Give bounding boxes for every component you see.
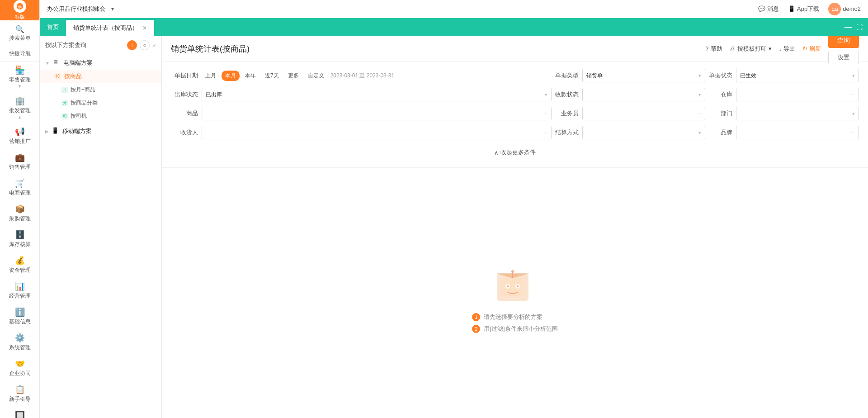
tab-home-label: 首页 (47, 23, 59, 31)
scheme-mobile-group[interactable]: ▶ 📱 移动端方案 (40, 124, 161, 138)
out-status-value: 已出库 (206, 91, 222, 99)
app-download-btn[interactable]: 📱 App下载 (788, 5, 819, 13)
help-btn[interactable]: ? 帮助 (705, 45, 722, 53)
help-icon: ? (705, 45, 708, 52)
sidebar-item-marketing[interactable]: 📢 营销推广 (0, 123, 39, 149)
sidebar-item-apps[interactable]: 🔲 应用中心 (0, 407, 39, 418)
scheme-item-goods-category[interactable]: 分 按商品分类 (40, 96, 161, 109)
refresh-btn[interactable]: ↻ 刷新 (802, 45, 821, 53)
empty-tips: 1 请先选择要分析的方案 2 用[过滤]条件来缩小分析范围 (472, 313, 557, 333)
brand-select[interactable]: ··· (736, 126, 859, 139)
scheme-computer-header[interactable]: ▼ 🖥 电脑端方案 (40, 56, 161, 70)
empty-state: 1 请先选择要分析的方案 2 用[过滤]条件来缩小分析范围 (162, 168, 868, 418)
user-profile[interactable]: Ea demo2 (828, 3, 861, 15)
scheme-subitem-icon-3: 司 (61, 113, 68, 119)
receiver-field: 收货人 ··· (171, 126, 552, 139)
sidebar-item-guide[interactable]: 📋 新手引导 (0, 381, 39, 407)
sidebar-item-system-label: 系统管理 (9, 344, 31, 352)
collapse-btn[interactable]: ∧ 收起更多条件 (171, 145, 859, 160)
sidebar-item-ecommerce[interactable]: 🛒 电商管理 (0, 175, 39, 200)
empty-illustration (488, 253, 542, 308)
sidebar-item-finance[interactable]: 💰 资金管理 (0, 252, 39, 278)
refresh-icon: ↻ (802, 45, 807, 52)
out-status-label: 出库状态 (171, 90, 198, 99)
date-this-month[interactable]: 本月 (222, 71, 240, 81)
date-last-month[interactable]: 上月 (202, 71, 220, 81)
tab-sales-stats[interactable]: 销货单统计表（按商品） ✕ (66, 20, 154, 36)
page-title: 销货单统计表(按商品) (171, 43, 250, 54)
search-menu-label: 搜索菜单 (9, 34, 31, 42)
date-custom[interactable]: 自定义 (304, 71, 328, 81)
query-btn[interactable]: 查询 (828, 36, 859, 48)
quick-nav[interactable]: 快捷导航 (0, 46, 39, 62)
dept-select[interactable]: ▾ (736, 107, 859, 120)
search-menu[interactable]: 🔍 搜索菜单 (0, 20, 39, 46)
svg-point-10 (511, 270, 514, 273)
doc-status-select[interactable]: 已生效 ▾ (736, 69, 859, 82)
scheme-item-by-goods[interactable]: 按 按商品 (40, 70, 161, 83)
header-dropdown[interactable]: ▾ (111, 6, 114, 12)
date-7days[interactable]: 近7天 (261, 71, 283, 81)
doc-type-select[interactable]: 销货单 ▾ (582, 69, 705, 82)
export-btn[interactable]: ↓ 导出 (779, 45, 796, 53)
scheme-panel: 按以下方案查询 + ○ « ▼ 🖥 电脑端方案 按 按商品 (40, 36, 162, 418)
tab-home[interactable]: 首页 (40, 18, 66, 36)
out-status-select[interactable]: 已出库 ▾ (202, 88, 552, 101)
receiver-select[interactable]: ··· (202, 126, 552, 139)
sidebar-item-wholesale[interactable]: 🏢 批发管理 ▲ (0, 92, 39, 123)
inventory-icon: 🗄️ (15, 230, 25, 240)
scheme-header-actions: + ○ « (127, 40, 156, 50)
goods-select[interactable]: ··· (202, 107, 552, 120)
salesman-arrow: ··· (697, 111, 701, 116)
sidebar-item-retail[interactable]: 🏪 零售管理 ▼ (0, 62, 39, 92)
goods-arrow: ··· (543, 111, 547, 116)
brand-field: 品牌 ··· (705, 126, 859, 139)
template-print-btn[interactable]: 🖨 按模板打印 ▾ (730, 45, 772, 53)
collect-status-label: 收款状态 (552, 90, 579, 99)
filter-actions: ? 帮助 🖨 按模板打印 ▾ ↓ 导出 ↻ 刷新 (705, 36, 859, 64)
scheme-add-btn[interactable]: + (127, 40, 137, 50)
mobile-group-arrow: ▶ (45, 129, 49, 134)
maximize-window-btn[interactable]: ⛶ (856, 24, 863, 31)
settle-select[interactable]: ▾ (582, 126, 705, 139)
retail-icon: 🏪 (15, 65, 25, 75)
settle-label: 结算方式 (552, 128, 579, 137)
sidebar-item-inventory[interactable]: 🗄️ 库存核算 (0, 226, 39, 252)
sidebar-item-inventory-label: 库存核算 (9, 241, 31, 248)
scheme-collapse-btn[interactable]: « (152, 42, 156, 49)
wholesale-icon: 🏢 (15, 96, 25, 106)
sidebar-item-finance-label: 资金管理 (9, 266, 31, 274)
salesman-select[interactable]: ··· (582, 107, 705, 120)
date-this-year[interactable]: 本年 (241, 71, 259, 81)
print-dropdown-arrow[interactable]: ▾ (769, 45, 772, 52)
content-area: 按以下方案查询 + ○ « ▼ 🖥 电脑端方案 按 按商品 (40, 36, 868, 418)
minimize-window-btn[interactable]: — (844, 23, 852, 31)
sidebar-item-basic[interactable]: ℹ️ 基础信息 (0, 304, 39, 329)
brand-label: 品牌 (705, 128, 732, 137)
export-icon: ↓ (779, 45, 782, 52)
download-icon: 📱 (788, 5, 795, 12)
collect-status-select[interactable]: ▾ (582, 88, 705, 101)
warehouse-select[interactable]: ··· (736, 88, 859, 101)
sidebar-item-system[interactable]: ⚙️ 系统管理 (0, 329, 39, 355)
scheme-item-month-goods[interactable]: 月 按月+商品 (40, 83, 161, 96)
sidebar-item-sales[interactable]: 💼 销售管理 (0, 149, 39, 175)
date-more[interactable]: 更多 (284, 71, 302, 81)
warehouse-arrow: ··· (851, 92, 855, 97)
sidebar-item-sales-label: 销售管理 (9, 163, 31, 171)
marketing-icon: 📢 (15, 127, 25, 137)
doc-status-value: 已生效 (740, 72, 756, 80)
doc-status-label: 单据状态 (705, 71, 732, 80)
enterprise-icon: 🤝 (15, 359, 25, 369)
scheme-edit-btn[interactable]: ○ (140, 40, 150, 50)
out-status-arrow: ▾ (545, 92, 547, 98)
filter-row-2: 出库状态 已出库 ▾ 收款状态 ▾ 仓库 (171, 88, 859, 101)
tab-close-btn[interactable]: ✕ (142, 25, 147, 31)
sidebar-logo[interactable]: 畅 标版 (0, 0, 40, 20)
scheme-item-driver[interactable]: 司 按司机 (40, 109, 161, 123)
goods-field: 商品 ··· (171, 107, 552, 120)
sidebar-item-purchase[interactable]: 📦 采购管理 (0, 200, 39, 226)
sidebar-item-enterprise[interactable]: 🤝 企业协同 (0, 355, 39, 381)
message-btn[interactable]: 💬 消息 (758, 5, 779, 13)
sidebar-item-operation[interactable]: 📊 经营管理 (0, 278, 39, 304)
